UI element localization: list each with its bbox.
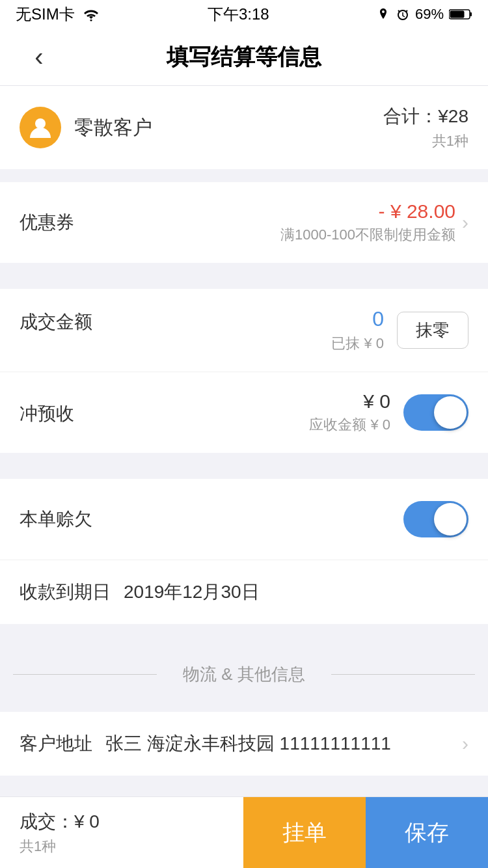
content: 零散客户 合计：¥28 共1种 优惠券 - ¥ 28.00 满1000-100不… [0,86,488,867]
customer-info: 零散客户 [20,107,152,148]
address-section: 客户地址 张三 海淀永丰科技园 11111111111 › [0,712,488,776]
transaction-row: 成交金额 0 已抹 ¥ 0 抹零 [0,289,488,372]
coupon-label: 优惠券 [20,210,74,235]
logistics-header: 物流 & 其他信息 [0,650,488,699]
prereceive-toggle[interactable] [403,394,468,431]
customer-total: 合计：¥28 共1种 [383,104,468,151]
page-title: 填写结算等信息 [167,42,321,72]
debt-row: 本单赊欠 [0,479,488,560]
coupon-right: - ¥ 28.00 满1000-100不限制使用金额 › [280,200,468,245]
hang-button[interactable]: 挂单 [243,797,366,869]
carrier-text: 无SIM卡 [16,4,75,25]
transaction-value-block: 0 已抹 ¥ 0 抹零 [331,307,468,353]
section-divider-3 [0,637,488,650]
address-chevron-icon: › [462,733,468,755]
nav-bar: ‹ 填写结算等信息 [0,29,488,86]
logistics-section: 物流 & 其他信息 [0,650,488,699]
prereceive-row: 冲预收 ¥ 0 应收金额 ¥ 0 [0,372,488,453]
debt-toggle-knob [434,503,467,536]
back-button[interactable]: ‹ [20,38,59,77]
prereceive-amounts: ¥ 0 应收金额 ¥ 0 [309,390,390,435]
toggle-knob [434,396,467,429]
section-divider-1 [0,276,488,289]
coupon-desc: 满1000-100不限制使用金额 [280,225,455,245]
logistics-label: 物流 & 其他信息 [183,663,305,686]
rounded-off-text: 已抹 ¥ 0 [331,334,384,353]
address-label: 客户地址 [20,731,92,756]
address-value: 张三 海淀永丰科技园 11111111111 [105,731,462,756]
transaction-amounts: 0 已抹 ¥ 0 [331,307,384,353]
logistics-line-left [13,674,157,675]
bottom-bar: 成交：¥ 0 共1种 挂单 保存 [0,796,488,868]
due-date-label: 收款到期日 [20,580,111,604]
svg-point-4 [35,118,46,129]
svg-rect-2 [470,12,472,16]
section-divider-2 [0,466,488,479]
battery-text: 69% [415,6,444,23]
prereceive-value-block: ¥ 0 应收金额 ¥ 0 [309,390,468,435]
avatar [20,107,61,148]
address-row[interactable]: 客户地址 张三 海淀永丰科技园 11111111111 › [0,712,488,776]
status-right: 69% [376,6,472,23]
status-left: 无SIM卡 [16,4,101,25]
customer-name: 零散客户 [74,115,152,141]
debt-label: 本单赊欠 [20,507,92,532]
due-date-value: 2019年12月30日 [124,580,260,604]
transaction-amount-input[interactable]: 0 [331,307,384,331]
coupon-row[interactable]: 优惠券 - ¥ 28.00 满1000-100不限制使用金额 › [0,182,488,263]
svg-rect-3 [450,11,465,18]
save-button[interactable]: 保存 [366,797,488,869]
bottom-info: 成交：¥ 0 共1种 [0,809,243,856]
chevron-right-icon: › [462,211,468,234]
customer-row: 零散客户 合计：¥28 共1种 [0,86,488,169]
debt-section: 本单赊欠 收款到期日 2019年12月30日 [0,479,488,624]
debt-toggle[interactable] [403,501,468,537]
total-count: 共1种 [383,131,468,151]
coupon-discount: - ¥ 28.00 [280,200,455,223]
total-amount: 合计：¥28 [383,104,468,129]
coupon-value: - ¥ 28.00 满1000-100不限制使用金额 [280,200,455,245]
due-date-row: 收款到期日 2019年12月30日 [0,560,488,624]
round-off-button[interactable]: 抹零 [397,312,468,349]
alarm-icon [396,7,410,21]
prereceive-main: ¥ 0 [309,390,390,413]
logistics-line-right [331,674,475,675]
wifi-icon [81,7,101,21]
bottom-deal-amount: 成交：¥ 0 [20,809,224,834]
transaction-section: 成交金额 0 已抹 ¥ 0 抹零 冲预收 ¥ 0 应收金额 ¥ 0 [0,289,488,453]
bottom-count: 共1种 [20,837,224,856]
status-bar: 无SIM卡 下午3:18 69% [0,0,488,29]
location-icon [376,7,390,21]
transaction-label: 成交金额 [20,307,92,334]
time-display: 下午3:18 [208,4,269,25]
prereceive-label: 冲预收 [20,399,74,426]
prereceive-sub: 应收金额 ¥ 0 [309,415,390,435]
battery-icon [449,8,472,20]
user-icon [27,115,53,141]
